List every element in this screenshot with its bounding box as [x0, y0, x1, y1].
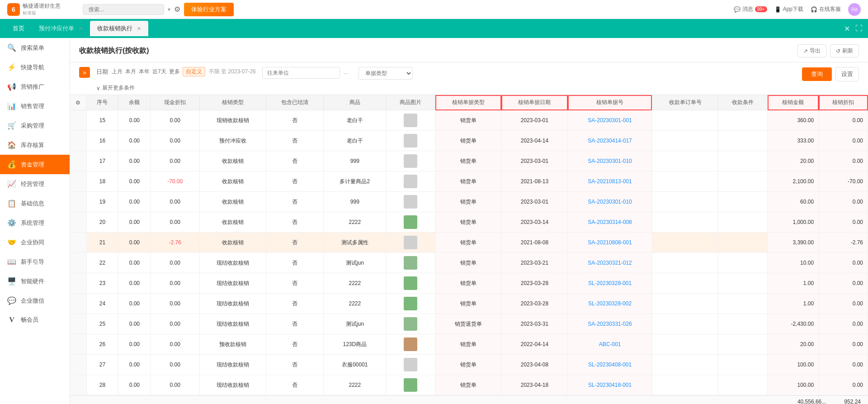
sidebar-item-search[interactable]: 🔍 搜索菜单 [0, 38, 70, 57]
sidebar-item-operations[interactable]: 📈 经营管理 [0, 174, 70, 194]
row-receipt-order-no [652, 110, 718, 131]
sales-icon: 📊 [7, 102, 16, 110]
row-voucher-no[interactable]: SA-20230301-010 [568, 192, 652, 212]
row-voucher-no[interactable]: SA-20230301-010 [568, 151, 652, 171]
row-voucher-no[interactable]: SL-20230328-002 [568, 294, 652, 314]
row-voucher-no[interactable]: SA-20230314-008 [568, 212, 652, 233]
industry-btn[interactable]: 体验行业方案 [184, 3, 234, 16]
tab-home[interactable]: 首页 [5, 21, 32, 36]
sidebar-item-system[interactable]: ⚙️ 系统管理 [0, 213, 70, 233]
export-btn[interactable]: ↗ 导出 [797, 44, 826, 57]
date-opt-7days[interactable]: 近7天 [152, 68, 166, 76]
row-balance: 0.00 [118, 253, 151, 273]
row-voucher-no[interactable]: SA-20230321-012 [568, 253, 652, 273]
row-voucher-no[interactable]: SL-20230408-001 [568, 355, 652, 375]
row-settings [70, 131, 86, 151]
row-voucher-no[interactable]: SA-20230301-001 [568, 110, 652, 131]
sidebar-item-sales[interactable]: 📊 销售管理 [0, 96, 70, 116]
maximize-icon[interactable]: ⛶ [855, 24, 863, 33]
sidebar-item-finance[interactable]: 💰 资金管理 [0, 155, 70, 174]
sidebar-item-guide[interactable]: 📖 新手引导 [0, 252, 70, 271]
row-voucher-type: 销货单 [435, 131, 502, 151]
sidebar-item-inventory[interactable]: 🏠 库存核算 [0, 135, 70, 155]
row-receipt-order-no [652, 131, 718, 151]
top-search-input[interactable] [83, 4, 164, 15]
online-service-btn[interactable]: 🎧 在线客服 [811, 5, 841, 13]
th-product-img: 商品图片 [386, 95, 435, 110]
row-product: 123D商品 [324, 334, 386, 355]
row-voucher-no[interactable]: SL-20230328-001 [568, 273, 652, 294]
row-included-cleared: 否 [266, 233, 324, 253]
sidebar-item-wechat[interactable]: 💬 企业微信 [0, 291, 70, 310]
th-included-cleared: 包含已结清 [266, 95, 324, 110]
row-receipt-order-no [652, 273, 718, 294]
date-opt-this-month[interactable]: 本月 [125, 68, 136, 76]
row-product: 老白干 [324, 131, 386, 151]
row-voucher-type: 销货退货单 [435, 314, 502, 334]
row-voucher-no[interactable]: SA-20210813-001 [568, 171, 652, 192]
row-product: 测试jun [324, 314, 386, 334]
sidebar-item-collab[interactable]: 🤝 企业协同 [0, 233, 70, 252]
message-btn[interactable]: 💬 消息 99+ [734, 5, 767, 13]
app-version: 标准版 [23, 10, 61, 16]
th-settings[interactable]: ⚙ [70, 95, 86, 110]
hardware-icon: 🖥️ [7, 277, 16, 285]
filter-expand-btn[interactable]: » [79, 67, 90, 78]
table-wrapper[interactable]: ⚙ 序号 余额 现金折扣 核销类型 包含已结清 商品 商品图片 核销单据类型 核… [70, 95, 868, 404]
date-opt-this-year[interactable]: 本年 [139, 68, 150, 76]
row-settings [70, 110, 86, 131]
row-included-cleared: 否 [266, 171, 324, 192]
settings-btn[interactable]: 设置 [835, 67, 859, 81]
query-btn[interactable]: 查询 [802, 67, 832, 81]
row-voucher-no[interactable]: ABC-001 [568, 334, 652, 355]
row-voucher-type: 销货单 [435, 375, 502, 395]
tab-verify[interactable]: 收款核销执行 ✕ [90, 21, 148, 36]
sidebar-item-purchase[interactable]: 🛒 采购管理 [0, 116, 70, 135]
row-product-img [386, 294, 435, 314]
date-opt-custom[interactable]: 自定义 [183, 67, 205, 76]
message-icon: 💬 [734, 6, 741, 13]
row-receipt-condition [718, 314, 768, 334]
row-voucher-no[interactable]: SA-20230414-017 [568, 131, 652, 151]
gear-icon[interactable]: ⚙ [174, 5, 180, 14]
close-tab2-icon[interactable]: ✕ [137, 26, 141, 32]
row-verify-discount: 0.00 [819, 131, 868, 151]
voucher-type-select[interactable]: 单据类型 [359, 67, 413, 80]
partner-input[interactable] [262, 67, 340, 79]
row-cash-discount: 0.00 [151, 334, 200, 355]
row-receipt-order-no [652, 212, 718, 233]
date-opt-last-month[interactable]: 上月 [112, 68, 123, 76]
app-download-btn[interactable]: 📱 App下载 [774, 5, 803, 13]
sidebar-item-marketing[interactable]: 📢 营销推广 [0, 77, 70, 96]
sidebar-item-quick-nav[interactable]: ⚡ 快捷导航 [0, 57, 70, 77]
row-voucher-type: 销货单 [435, 253, 502, 273]
row-verify-discount: 0.00 [819, 212, 868, 233]
row-voucher-no[interactable]: SA-20230331-026 [568, 314, 652, 334]
tab-prepay[interactable]: 预付冲应付单 ✕ [32, 21, 90, 36]
avatar[interactable]: Rit [848, 3, 861, 16]
date-opt-more[interactable]: 更多 [169, 68, 180, 76]
th-receipt-condition: 收款条件 [718, 95, 768, 110]
refresh-btn[interactable]: ↺ 刷新 [830, 44, 859, 57]
row-verify-amount: 60.00 [768, 192, 819, 212]
row-balance: 0.00 [118, 110, 151, 131]
partner-more-icon[interactable]: ··· [344, 70, 349, 76]
row-receipt-condition [718, 334, 768, 355]
row-verify-discount: 0.00 [819, 334, 868, 355]
sidebar-item-hardware[interactable]: 🖥️ 智能硬件 [0, 271, 70, 291]
row-voucher-no[interactable]: SA-20210808-001 [568, 233, 652, 253]
sidebar-item-base-info[interactable]: 📋 基础信息 [0, 194, 70, 213]
sidebar-item-member[interactable]: V 畅会员 [0, 310, 70, 329]
product-thumbnail [404, 236, 417, 249]
row-receipt-condition [718, 355, 768, 375]
close-tab1-icon[interactable]: ✕ [79, 26, 83, 32]
dropdown-arrow-icon[interactable]: ▾ [168, 6, 170, 13]
row-product-img [386, 192, 435, 212]
voucher-type-filter-group: 单据类型 [355, 67, 413, 80]
row-verify-discount: 0.00 [819, 294, 868, 314]
expand-conditions-btn[interactable]: ∨ 展开更多条件 [96, 84, 859, 92]
row-voucher-no[interactable]: SL-20230418-001 [568, 375, 652, 395]
row-product-img [386, 334, 435, 355]
close-window-icon[interactable]: ✕ [844, 24, 850, 33]
row-balance: 0.00 [118, 334, 151, 355]
